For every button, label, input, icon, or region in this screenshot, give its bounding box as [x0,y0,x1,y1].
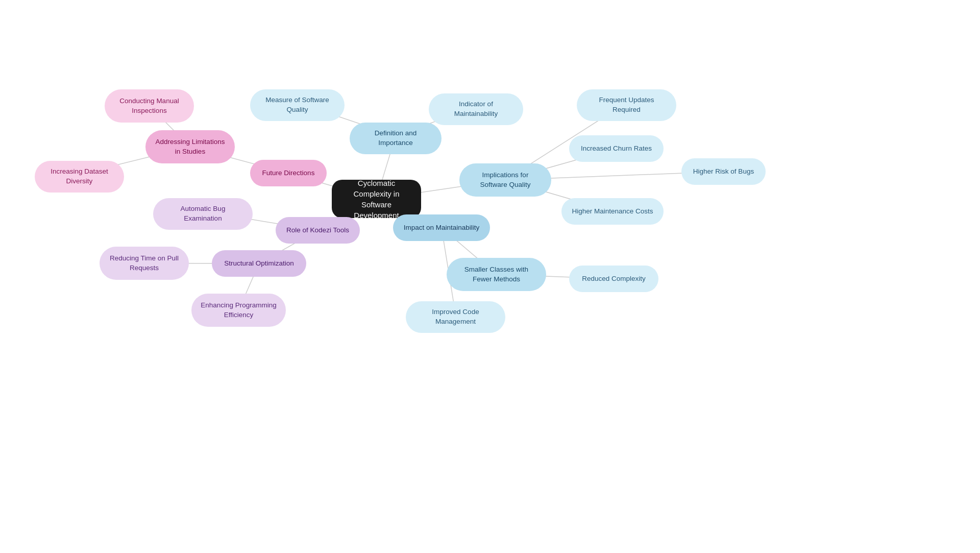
mindmap-container: Cyclomatic Complexity in Software Develo… [0,0,980,553]
node-future[interactable]: Future Directions [250,160,327,186]
node-churn[interactable]: Increased Churn Rates [569,135,664,162]
node-role-kodezi[interactable]: Role of Kodezi Tools [276,217,360,244]
node-improved[interactable]: Improved Code Management [406,301,505,333]
node-structural[interactable]: Structural Optimization [212,250,306,277]
node-addressing[interactable]: Addressing Limitations in Studies [145,130,235,163]
node-center[interactable]: Cyclomatic Complexity in Software Develo… [332,180,421,218]
node-def-imp[interactable]: Definition and Importance [350,123,442,154]
node-higher-risk[interactable]: Higher Risk of Bugs [681,158,766,185]
node-measure-sq[interactable]: Measure of Software Quality [250,89,345,121]
node-enhancing[interactable]: Enhancing Programming Efficiency [191,294,286,327]
node-auto-bug[interactable]: Automatic Bug Examination [153,198,253,230]
node-smaller-classes[interactable]: Smaller Classes with Fewer Methods [447,258,546,291]
node-higher-maint[interactable]: Higher Maintenance Costs [561,198,664,225]
node-reduced[interactable]: Reduced Complexity [569,266,658,292]
node-increasing[interactable]: Increasing Dataset Diversity [35,161,124,193]
node-reducing-time[interactable]: Reducing Time on Pull Requests [100,247,189,280]
node-frequent[interactable]: Frequent Updates Required [577,89,676,121]
node-conducting[interactable]: Conducting Manual Inspections [105,89,194,123]
node-indicator[interactable]: Indicator of Maintainability [429,93,523,125]
node-implications[interactable]: Implications for Software Quality [459,163,551,197]
node-impact-maint[interactable]: Impact on Maintainability [393,214,490,241]
